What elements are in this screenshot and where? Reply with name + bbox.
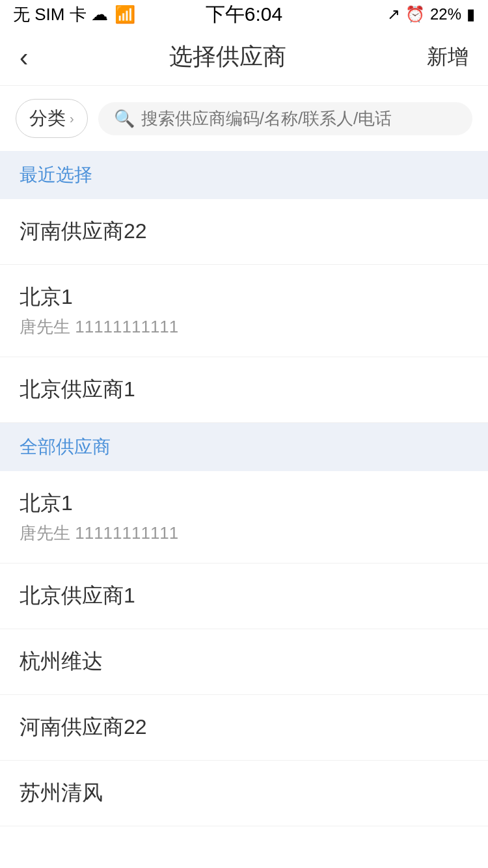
item-name: 北京1 xyxy=(20,283,468,312)
search-icon: 🔍 xyxy=(114,109,135,129)
battery-level: 22% xyxy=(430,5,461,23)
battery-icon: ▮ xyxy=(467,5,475,23)
all-section-label: 全部供应商 xyxy=(20,437,111,457)
status-bar: 无 SIM 卡 ☁ 📶 下午6:04 ↗ ⏰ 22% ▮ xyxy=(0,0,488,29)
status-right: ↗ ⏰ 22% ▮ xyxy=(387,5,475,23)
item-name: 河南供应商22 xyxy=(20,217,468,246)
location-icon: ↗ xyxy=(387,5,400,23)
status-left: 无 SIM 卡 ☁ 📶 xyxy=(13,3,135,26)
item-name: 北京1 xyxy=(20,489,468,518)
item-name: 北京供应商1 xyxy=(20,375,468,404)
all-items-list: 北京1 唐先生 11111111111 北京供应商1 杭州维达 河南供应商22 … xyxy=(0,471,488,826)
item-name: 河南供应商22 xyxy=(20,713,468,742)
item-name: 苏州清风 xyxy=(20,779,468,807)
list-item[interactable]: 北京供应商1 xyxy=(0,563,488,629)
item-name: 杭州维达 xyxy=(20,647,468,676)
nav-bar: ‹ 选择供应商 新增 xyxy=(0,29,488,86)
item-sub: 唐先生 11111111111 xyxy=(20,316,468,338)
recent-items-list: 河南供应商22 北京1 唐先生 11111111111 北京供应商1 xyxy=(0,199,488,423)
search-box: 🔍 xyxy=(98,102,472,135)
back-button[interactable]: ‹ xyxy=(20,44,28,70)
page-title: 选择供应商 xyxy=(169,41,286,73)
recent-section-label: 最近选择 xyxy=(20,165,92,185)
add-button[interactable]: 新增 xyxy=(427,43,468,72)
recent-section-header: 最近选择 xyxy=(0,151,488,199)
item-sub: 唐先生 11111111111 xyxy=(20,522,468,545)
item-name: 北京供应商1 xyxy=(20,582,468,610)
chevron-right-icon: › xyxy=(70,111,74,126)
list-item[interactable]: 苏州清风 xyxy=(0,761,488,826)
list-item[interactable]: 北京1 唐先生 11111111111 xyxy=(0,471,488,563)
category-label: 分类 xyxy=(29,106,66,131)
search-input[interactable] xyxy=(141,109,457,129)
status-time: 下午6:04 xyxy=(206,1,282,28)
alarm-icon: ⏰ xyxy=(405,5,425,23)
category-filter[interactable]: 分类 › xyxy=(16,99,88,138)
list-item[interactable]: 杭州维达 xyxy=(0,629,488,695)
sim-status: 无 SIM 卡 ☁ xyxy=(13,3,108,26)
wifi-icon: 📶 xyxy=(115,5,135,25)
list-item[interactable]: 河南供应商22 xyxy=(0,695,488,761)
list-item[interactable]: 河南供应商22 xyxy=(0,199,488,265)
list-item[interactable]: 北京1 唐先生 11111111111 xyxy=(0,265,488,357)
all-section-header: 全部供应商 xyxy=(0,423,488,471)
filter-bar: 分类 › 🔍 xyxy=(0,86,488,151)
list-item[interactable]: 北京供应商1 xyxy=(0,357,488,423)
